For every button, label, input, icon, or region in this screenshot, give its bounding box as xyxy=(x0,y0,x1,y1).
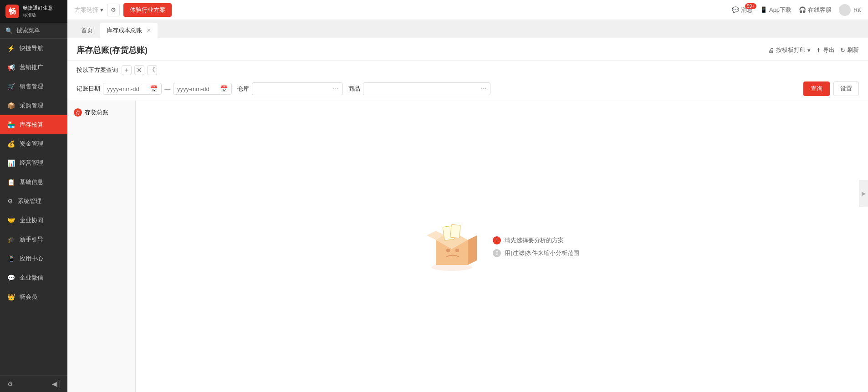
sidebar-item-system[interactable]: ⚙ 系统管理 xyxy=(0,192,67,211)
hint-num-2: 2 xyxy=(493,249,501,257)
scheme-item-label: 存货总账 xyxy=(85,108,108,117)
product-filter-group: 商品 ··· xyxy=(348,82,490,95)
top-bar-right: 💬 消息 99+ 📱 App下载 🎧 在线客服 Rit xyxy=(732,4,861,16)
export-button[interactable]: ⬆ 导出 xyxy=(816,46,835,54)
logo-icon: 畅 xyxy=(5,5,19,18)
user-profile-button[interactable]: Rit xyxy=(839,4,861,16)
date-field-label: 记账日期 xyxy=(77,85,100,93)
sidebar-item-sales[interactable]: 🛒 销售管理 xyxy=(0,77,67,96)
sidebar-item-purchase[interactable]: 📦 采购管理 xyxy=(0,96,67,115)
warehouse-field-label: 仓库 xyxy=(237,85,249,93)
sidebar-item-basic[interactable]: 📋 基础信息 xyxy=(0,173,67,192)
vip-icon: 👑 xyxy=(7,293,15,300)
app-download-button[interactable]: 📱 App下载 xyxy=(760,6,791,14)
marketing-icon: 📢 xyxy=(7,64,15,71)
svg-marker-3 xyxy=(468,235,477,265)
svg-rect-8 xyxy=(450,224,460,238)
hint-num-1: 1 xyxy=(493,236,501,244)
tab-home[interactable]: 首页 xyxy=(75,23,99,38)
warehouse-filter-group: 仓库 ··· xyxy=(237,82,343,95)
query-button[interactable]: 查询 xyxy=(803,81,830,96)
scheme-placeholder-text: 方案选择 xyxy=(75,6,98,14)
filter-collapse-button[interactable]: 《 xyxy=(147,65,157,75)
page-header-actions: 🖨 按模板打印 ▾ ⬆ 导出 ↻ 刷新 xyxy=(768,46,859,54)
scheme-selector[interactable]: 方案选择 ▾ xyxy=(75,6,103,14)
sidebar-item-app-center[interactable]: 📱 应用中心 xyxy=(0,249,67,268)
filter-row1: 按以下方案查询 ＋ ✕ 《 xyxy=(67,61,868,80)
date-end-input[interactable] xyxy=(177,86,218,92)
sidebar-item-inventory[interactable]: 🏪 库存核算 xyxy=(0,115,67,134)
refresh-button[interactable]: ↻ 刷新 xyxy=(840,46,859,54)
chevron-down-icon: ▾ xyxy=(100,6,103,13)
page-title: 库存总账(存货总账) xyxy=(77,45,148,56)
svg-point-6 xyxy=(455,249,459,252)
filter-add-button[interactable]: ＋ xyxy=(122,65,132,75)
sidebar-footer: ⚙ ◀‖ xyxy=(0,375,67,392)
hint-text-2: 用[过滤]条件来缩小分析范围 xyxy=(505,249,579,257)
product-more-icon: ··· xyxy=(480,85,486,93)
industry-solution-button[interactable]: 体验行业方案 xyxy=(123,3,172,17)
operations-icon: 📊 xyxy=(7,159,15,167)
phone-icon: 📱 xyxy=(760,6,767,13)
app-logo: 畅 畅捷通好生意 标准版 xyxy=(0,0,67,23)
warehouse-more-icon: ··· xyxy=(333,85,339,93)
calendar-end-icon[interactable]: 📅 xyxy=(220,85,228,92)
export-icon: ⬆ xyxy=(816,47,821,54)
date-end-input-wrap: 📅 xyxy=(173,83,232,95)
query-buttons: 查询 设置 xyxy=(803,81,859,96)
purchase-icon: 📦 xyxy=(7,102,15,109)
filter-actions: ＋ ✕ 《 xyxy=(122,65,157,75)
page-header: 库存总账(存货总账) 🖨 按模板打印 ▾ ⬆ 导出 ↻ 刷新 xyxy=(67,38,868,61)
search-menu-item[interactable]: 🔍 搜索菜单 xyxy=(0,23,67,39)
sidebar-item-newbie[interactable]: 🎓 新手引导 xyxy=(0,230,67,249)
sidebar-item-marketing[interactable]: 📢 营销推广 xyxy=(0,58,67,77)
date-separator: — xyxy=(164,86,170,92)
filter-label: 按以下方案查询 xyxy=(77,66,118,74)
sidebar: 畅 畅捷通好生意 标准版 🔍 搜索菜单 ⚡ 快捷导航 📢 营销推广 🛒 销售管理… xyxy=(0,0,67,392)
inventory-icon: 🏪 xyxy=(7,121,15,128)
date-start-input[interactable] xyxy=(107,86,148,92)
product-selector[interactable]: ··· xyxy=(363,82,490,95)
tab-close-button[interactable]: ✕ xyxy=(147,27,151,34)
sidebar-item-operations[interactable]: 📊 经营管理 xyxy=(0,153,67,173)
online-service-button[interactable]: 🎧 在线客服 xyxy=(799,6,832,14)
sidebar-item-quick-nav[interactable]: ⚡ 快捷导航 xyxy=(0,39,67,58)
quick-nav-icon: ⚡ xyxy=(7,45,15,52)
message-button[interactable]: 💬 消息 99+ xyxy=(732,6,753,14)
hint-item-1: 1 请先选择要分析的方案 xyxy=(493,236,579,244)
sidebar-settings-button[interactable]: ⚙ xyxy=(7,380,13,387)
basic-icon: 📋 xyxy=(7,178,15,186)
empty-state: 1 请先选择要分析的方案 2 用[过滤]条件来缩小分析范围 xyxy=(424,219,579,274)
print-icon: 🖨 xyxy=(768,47,774,54)
scheme-item-inventory-ledger[interactable]: 存 存货总账 xyxy=(67,105,135,120)
finance-icon: 💰 xyxy=(7,140,15,148)
top-bar: 方案选择 ▾ ⚙ 体验行业方案 💬 消息 99+ 📱 App下载 🎧 在线客服 xyxy=(67,0,868,20)
warehouse-selector[interactable]: ··· xyxy=(252,82,343,95)
filter-delete-button[interactable]: ✕ xyxy=(134,65,144,75)
empty-illustration xyxy=(424,219,479,274)
app-center-icon: 📱 xyxy=(7,255,15,262)
top-bar-left: 方案选择 ▾ ⚙ 体验行业方案 xyxy=(75,3,172,17)
sidebar-collapse-button[interactable]: ◀‖ xyxy=(52,380,60,387)
tab-inventory-ledger[interactable]: 库存成本总账 ✕ xyxy=(100,23,158,38)
sales-icon: 🛒 xyxy=(7,83,15,90)
empty-state-container: 1 请先选择要分析的方案 2 用[过滤]条件来缩小分析范围 xyxy=(136,101,868,392)
headset-icon: 🎧 xyxy=(799,6,806,13)
settings-button[interactable]: 设置 xyxy=(833,81,859,96)
sidebar-item-finance[interactable]: 💰 资金管理 xyxy=(0,134,67,153)
calendar-start-icon[interactable]: 📅 xyxy=(150,85,158,92)
date-filter-group: 记账日期 📅 — 📅 xyxy=(77,83,232,95)
avatar xyxy=(839,4,851,16)
sidebar-item-enterprise[interactable]: 🤝 企业协同 xyxy=(0,211,67,230)
scheme-sidebar: 存 存货总账 xyxy=(67,101,136,392)
sidebar-item-wechat[interactable]: 💬 企业微信 xyxy=(0,268,67,287)
logo-text: 畅捷通好生意 标准版 xyxy=(23,5,53,18)
panel-close-button[interactable]: ▶ xyxy=(859,180,868,207)
topbar-settings-button[interactable]: ⚙ xyxy=(107,4,120,16)
sidebar-item-vip[interactable]: 👑 畅会员 xyxy=(0,287,67,306)
print-template-button[interactable]: 🖨 按模板打印 ▾ xyxy=(768,46,811,54)
tabs-bar: 首页 库存成本总账 ✕ xyxy=(67,20,868,38)
chevron-down-icon: ▾ xyxy=(807,47,811,54)
enterprise-icon: 🤝 xyxy=(7,217,15,224)
hint-text-1: 请先选择要分析的方案 xyxy=(505,236,564,244)
